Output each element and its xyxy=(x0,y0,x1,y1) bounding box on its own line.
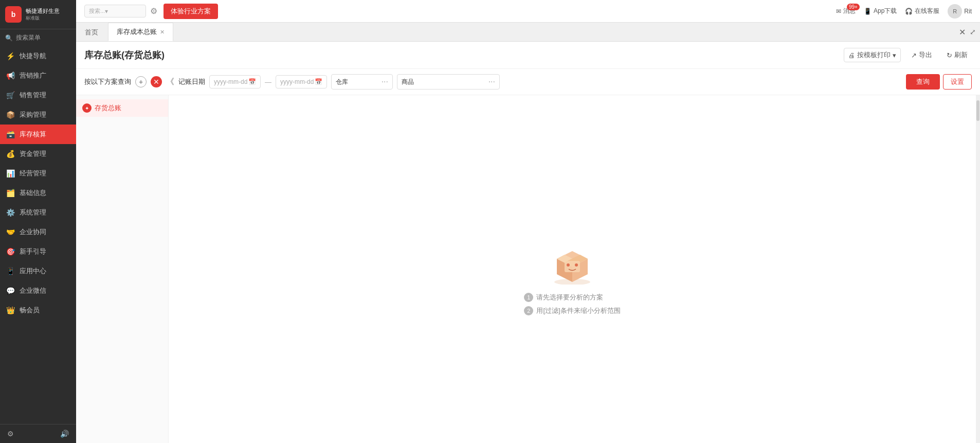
tab-home-label: 首页 xyxy=(85,28,98,37)
user-name: Rit xyxy=(964,8,972,15)
app-download-action[interactable]: 📱 App下载 xyxy=(864,7,897,15)
sales-icon: 🛒 xyxy=(5,91,15,99)
sidebar-item-label: 营销推广 xyxy=(20,71,46,80)
chevron-down-icon: ▾ xyxy=(105,8,108,15)
basic-icon: 🗂️ xyxy=(5,189,15,197)
filter-add-button[interactable]: + xyxy=(135,76,147,87)
sidebar-item-guide[interactable]: 🎯 新手引导 xyxy=(0,242,76,261)
logo-icon: b xyxy=(5,6,22,23)
tip-row-2: 2 用[过滤]条件来缩小分析范围 xyxy=(524,306,620,315)
scrollbar-thumb[interactable] xyxy=(976,100,979,121)
ledger-icon: ✦ xyxy=(82,103,92,113)
calendar-start-icon: 📅 xyxy=(248,78,256,85)
gear-icon[interactable]: ⚙ xyxy=(150,6,157,16)
export-label: 导出 xyxy=(919,50,932,60)
scrollbar-track[interactable] xyxy=(976,95,980,443)
sidebar-item-label: 资金管理 xyxy=(20,149,46,158)
date-start-input[interactable]: yyyy-mm-dd 📅 xyxy=(209,75,261,88)
tab-home[interactable]: 首页 xyxy=(76,23,107,41)
right-panel-btns: 查询 设置 xyxy=(906,74,972,90)
filter-remove-button[interactable]: ✕ xyxy=(151,76,162,87)
sidebar-item-wechat[interactable]: 💬 企业微信 xyxy=(0,281,76,300)
purchase-icon: 📦 xyxy=(5,111,15,119)
print-button[interactable]: 🖨 按模板打印 ▾ xyxy=(844,48,901,62)
online-service-label: 在线客服 xyxy=(915,7,939,15)
content-area: ✦ 存货总账 xyxy=(76,95,980,443)
sidebar-item-label: 销售管理 xyxy=(20,91,46,100)
filter-collapse-button[interactable]: 《 xyxy=(166,77,174,87)
warehouse-label: 仓库 xyxy=(336,78,348,86)
industry-button[interactable]: 体验行业方案 xyxy=(164,4,218,19)
date-separator: — xyxy=(265,78,271,86)
tip-row-1: 1 请先选择要分析的方案 xyxy=(524,293,620,302)
sidebar-item-marketing[interactable]: 📢 营销推广 xyxy=(0,66,76,85)
header-search-area: 搜索... ▾ ⚙ xyxy=(84,5,157,17)
filter-row: 记账日期 yyyy-mm-dd 📅 — yyyy-mm-dd 📅 仓库 ··· … xyxy=(178,74,972,90)
sidebar-item-quick-nav[interactable]: ⚡ 快捷导航 xyxy=(0,46,76,66)
service-icon: 🎧 xyxy=(905,8,913,15)
sidebar: b 畅捷通好生意 标准版 🔍 搜索菜单 ⚡ 快捷导航 📢 营销推广 🛒 销售管理… xyxy=(0,0,76,443)
export-button[interactable]: ↗ 导出 xyxy=(907,48,936,62)
user-area[interactable]: R Rit xyxy=(948,4,972,19)
sidebar-item-business[interactable]: 📊 经营管理 xyxy=(0,164,76,183)
refresh-button[interactable]: ↻ 刷新 xyxy=(942,48,972,62)
system-icon: ⚙️ xyxy=(5,208,15,217)
sidebar-item-label: 快捷导航 xyxy=(20,51,46,61)
tab-panel-actions: ✕ ⤢ xyxy=(955,23,980,41)
main-content: 搜索... ▾ ⚙ 体验行业方案 ✉ 消息 99+ 📱 App下载 🎧 在线客服… xyxy=(76,0,980,443)
tip-num-2: 2 xyxy=(524,306,533,315)
sidebar-item-label: 经营管理 xyxy=(20,169,46,178)
sidebar-item-vip[interactable]: 👑 畅会员 xyxy=(0,300,76,320)
date-field-label: 记账日期 xyxy=(178,77,205,86)
refresh-label: 刷新 xyxy=(954,50,968,60)
header-search-box[interactable]: 搜索... ▾ xyxy=(84,5,146,17)
empty-tips: 1 请先选择要分析的方案 2 用[过滤]条件来缩小分析范围 xyxy=(524,293,620,315)
sidebar-item-basic[interactable]: 🗂️ 基础信息 xyxy=(0,183,76,203)
goods-select[interactable]: 商品 ··· xyxy=(397,74,500,90)
tip-num-1: 1 xyxy=(524,293,533,302)
sidebar-search[interactable]: 🔍 搜索菜单 xyxy=(0,29,76,46)
sidebar-item-label: 应用中心 xyxy=(20,267,46,276)
warehouse-select[interactable]: 仓库 ··· xyxy=(331,74,393,90)
sidebar-item-finance[interactable]: 💰 资金管理 xyxy=(0,144,76,164)
query-button[interactable]: 查询 xyxy=(906,74,940,90)
quick-nav-icon: ⚡ xyxy=(5,52,15,60)
sound-footer-icon[interactable]: 🔊 xyxy=(60,430,69,438)
online-service-action[interactable]: 🎧 在线客服 xyxy=(905,7,939,15)
sidebar-item-app-center[interactable]: 📱 应用中心 xyxy=(0,261,76,281)
message-action[interactable]: ✉ 消息 99+ xyxy=(836,7,856,15)
phone-icon: 📱 xyxy=(864,8,872,15)
sidebar-item-system[interactable]: ⚙️ 系统管理 xyxy=(0,203,76,222)
avatar: R xyxy=(948,4,962,19)
panel-close-button[interactable]: ✕ xyxy=(959,27,966,37)
goods-label: 商品 xyxy=(402,78,414,86)
sidebar-item-sales[interactable]: 🛒 销售管理 xyxy=(0,85,76,105)
panel-expand-button[interactable]: ⤢ xyxy=(970,28,976,36)
search-icon: 🔍 xyxy=(5,34,13,42)
date-end-input[interactable]: yyyy-mm-dd 📅 xyxy=(276,75,327,88)
sidebar-item-inventory[interactable]: 🗃️ 库存核算 xyxy=(0,125,76,144)
tab-inventory-cost[interactable]: 库存成本总账 ✕ xyxy=(108,23,173,41)
logo-name: 畅捷通好生意 xyxy=(26,7,60,14)
settings-footer-icon[interactable]: ⚙ xyxy=(7,430,14,438)
settings-button[interactable]: 设置 xyxy=(943,74,972,90)
refresh-icon: ↻ xyxy=(947,51,952,59)
sidebar-item-label: 采购管理 xyxy=(20,110,46,119)
sidebar-footer: ⚙ 🔊 xyxy=(0,424,76,443)
inventory-icon: 🗃️ xyxy=(5,130,15,138)
tab-close-icon[interactable]: ✕ xyxy=(160,29,165,36)
print-label: 按模板打印 xyxy=(857,50,891,60)
logo-text-area: 畅捷通好生意 标准版 xyxy=(26,7,60,21)
svg-point-7 xyxy=(567,263,570,267)
sidebar-item-purchase[interactable]: 📦 采购管理 xyxy=(0,105,76,125)
sub-nav-item-inventory-ledger[interactable]: ✦ 存货总账 xyxy=(76,99,168,117)
message-icon: ✉ xyxy=(836,8,841,15)
date-start-placeholder: yyyy-mm-dd xyxy=(214,78,247,85)
sidebar-item-cooperation[interactable]: 🤝 企业协同 xyxy=(0,222,76,242)
vip-icon: 👑 xyxy=(5,306,15,314)
main-data-area: 1 请先选择要分析的方案 2 用[过滤]条件来缩小分析范围 xyxy=(169,95,976,443)
print-chevron-icon: ▾ xyxy=(893,51,896,59)
guide-icon: 🎯 xyxy=(5,247,15,256)
message-badge: 99+ xyxy=(847,4,860,10)
goods-more-icon: ··· xyxy=(488,77,495,86)
